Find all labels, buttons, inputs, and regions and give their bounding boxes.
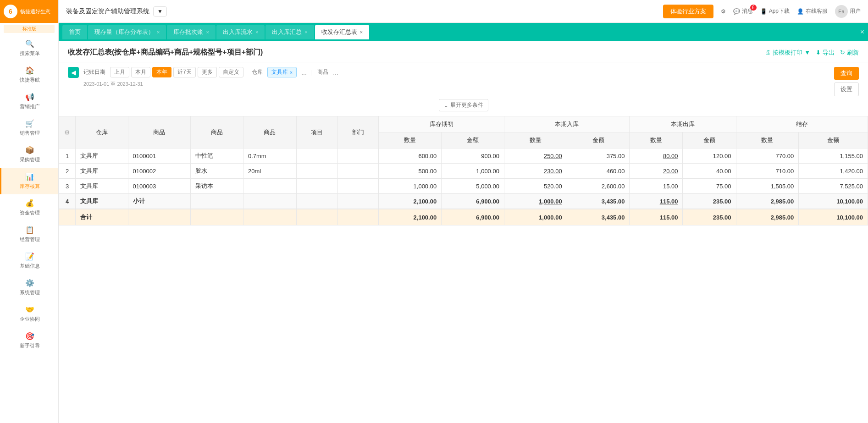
in-qty-link[interactable]: 250.00 [544, 153, 562, 159]
user-label: 用户 [850, 7, 861, 15]
date-btn-last-month[interactable]: 上月 [110, 67, 129, 77]
col-close-qty: 数量 [736, 132, 799, 148]
tab-summary[interactable]: 出入库汇总 × [265, 25, 314, 39]
gear-icon: ⚙ [721, 8, 726, 15]
out-qty-link[interactable]: 20.00 [663, 168, 678, 175]
tab-label: 现存量（库存分布表） [94, 28, 154, 36]
total-out-qty: 115.00 [630, 209, 683, 225]
export-action[interactable]: ⬇ 导出 [816, 49, 835, 57]
col-out-amt: 金额 [683, 132, 736, 148]
settings-btn[interactable]: 设置 [834, 82, 859, 96]
topbar: 装备及固定资产辅助管理系统 ▼ 体验行业方案 ⚙ 💬 消息 6 📱 App下载 … [59, 0, 868, 23]
out-qty-link[interactable]: 15.00 [663, 183, 678, 190]
subtotal-goods-spec [243, 194, 296, 209]
experience-btn[interactable]: 体验行业方案 [663, 5, 713, 18]
date-btn-this-year[interactable]: 本年 [152, 67, 171, 77]
sidebar-item-quicknav[interactable]: 🏠 快捷导航 [0, 61, 58, 88]
online-service-action[interactable]: 👤 在线客服 [797, 7, 828, 15]
in-qty-link[interactable]: 520.00 [544, 183, 562, 190]
subtotal-open-qty: 2,100.00 [379, 194, 442, 209]
sidebar-item-basic[interactable]: 📝 基础信息 [0, 247, 58, 274]
row-close-amt: 1,155.00 [799, 148, 868, 164]
table-settings-icon[interactable]: ⚙ [64, 129, 70, 136]
export-icon: ⬇ [816, 49, 821, 56]
settings-action[interactable]: ⚙ [721, 8, 726, 15]
warehouse-tag-close[interactable]: × [290, 70, 293, 75]
marketing-icon: 📢 [25, 93, 34, 101]
goods-dots[interactable]: ... [333, 69, 338, 76]
system-title: 装备及固定资产辅助管理系统 [66, 7, 149, 16]
user-action[interactable]: Ea 用户 [835, 5, 861, 18]
tab-close-icon[interactable]: × [255, 29, 258, 35]
row-in-qty[interactable]: 250.00 [504, 148, 567, 164]
sidebar-item-inventory[interactable]: 📊 库存核算 [0, 168, 58, 194]
app-download-action[interactable]: 📱 App下载 [760, 7, 790, 15]
home-icon: 🏠 [25, 66, 34, 75]
tab-batch[interactable]: 库存批次账 × [167, 25, 215, 39]
tab-home[interactable]: 首页 [62, 25, 87, 39]
system-dropdown[interactable]: ▼ [153, 6, 167, 16]
total-close-amt: 10,100.00 [799, 209, 868, 225]
message-action[interactable]: 💬 消息 6 [733, 7, 753, 15]
row-goods-code: 0100003 [128, 179, 191, 194]
date-btn-custom[interactable]: 自定义 [219, 67, 243, 77]
expand-conditions-btn[interactable]: ⌄ 展开更多条件 [439, 99, 488, 111]
total-open-qty: 2,100.00 [379, 209, 442, 225]
sidebar-item-guide[interactable]: 🎯 新手引导 [0, 327, 58, 354]
sidebar-item-purchase[interactable]: 📦 采购管理 [0, 141, 58, 168]
close-all-tabs[interactable]: × [860, 28, 864, 36]
row-department [337, 179, 379, 194]
row-in-qty[interactable]: 230.00 [504, 164, 567, 179]
tab-close-icon[interactable]: × [360, 29, 363, 35]
sidebar-item-operations[interactable]: 📋 经营管理 [0, 221, 58, 247]
total-empty3 [191, 209, 243, 225]
row-in-amt: 2,600.00 [567, 179, 630, 194]
sidebar-item-search[interactable]: 🔍 搜索菜单 [0, 35, 58, 61]
sidebar-item-label: 系统管理 [20, 289, 40, 296]
query-btn[interactable]: 查询 [834, 67, 859, 80]
app-download-label: App下载 [769, 7, 790, 15]
subtotal-out-qty-link[interactable]: 115.00 [660, 198, 678, 205]
sidebar-item-label: 企业协同 [20, 316, 40, 323]
refresh-action[interactable]: ↻ 刷新 [840, 49, 859, 57]
sidebar-item-label: 新手引导 [20, 342, 40, 349]
col-group-closing: 结存 [736, 116, 868, 132]
tab-recv-summary[interactable]: 收发存汇总表 × [315, 25, 369, 39]
warehouse-dots[interactable]: ... [301, 69, 307, 76]
row-close-qty: 770.00 [736, 148, 799, 164]
tab-inventory-dist[interactable]: 现存量（库存分布表） × [88, 25, 166, 39]
sidebar-item-sales[interactable]: 🛒 销售管理 [0, 115, 58, 141]
row-in-amt: 375.00 [567, 148, 630, 164]
print-action[interactable]: 🖨 按模板打印 ▼ [765, 49, 810, 57]
in-qty-link[interactable]: 230.00 [544, 168, 562, 175]
date-btn-more[interactable]: 更多 [198, 67, 217, 77]
date-btn-7days[interactable]: 近7天 [173, 67, 196, 77]
sidebar-item-finance[interactable]: 💰 资金管理 [0, 194, 58, 221]
row-warehouse: 文具库 [76, 164, 128, 179]
sidebar-item-marketing[interactable]: 📢 营销推广 [0, 88, 58, 115]
subtotal-in-qty-link[interactable]: 1,000.00 [539, 198, 562, 205]
tab-close-icon[interactable]: × [157, 29, 160, 35]
sidebar-item-collab[interactable]: 🤝 企业协同 [0, 301, 58, 327]
row-out-qty[interactable]: 80.00 [630, 148, 683, 164]
message-icon: 💬 [733, 8, 740, 15]
filter-toggle-btn[interactable]: ◀ [68, 67, 79, 78]
tab-flow[interactable]: 出入库流水 × [216, 25, 265, 39]
inventory-icon: 📊 [25, 172, 34, 181]
row-warehouse: 文具库 [76, 179, 128, 194]
subtotal-goods-name [191, 194, 243, 209]
sidebar-item-system[interactable]: ⚙️ 系统管理 [0, 274, 58, 301]
date-btn-this-month[interactable]: 本月 [131, 67, 150, 77]
tab-close-icon[interactable]: × [304, 29, 307, 35]
subtotal-out-amt: 235.00 [683, 194, 736, 209]
topbar-actions: 体验行业方案 ⚙ 💬 消息 6 📱 App下载 👤 在线客服 Ea 用户 [663, 5, 861, 18]
warehouse-tag: 文具库 × [267, 67, 297, 77]
tab-close-icon[interactable]: × [206, 29, 209, 35]
export-label: 导出 [823, 49, 835, 57]
row-in-qty[interactable]: 520.00 [504, 179, 567, 194]
row-out-amt: 75.00 [683, 179, 736, 194]
out-qty-link[interactable]: 80.00 [663, 153, 678, 159]
table-row: 1 文具库 0100001 中性笔 0.7mm 600.00 900.00 25… [59, 148, 868, 164]
row-out-qty[interactable]: 15.00 [630, 179, 683, 194]
row-out-qty[interactable]: 20.00 [630, 164, 683, 179]
